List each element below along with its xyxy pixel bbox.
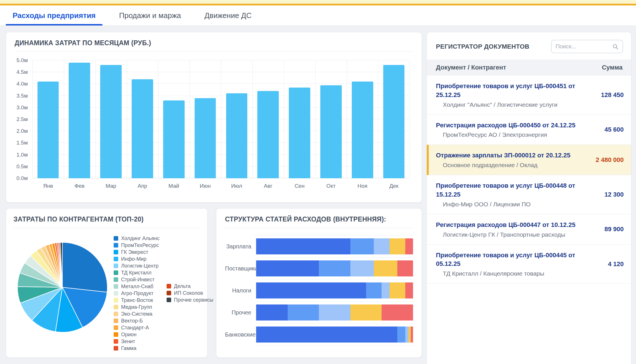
stack-segment[interactable] <box>256 238 350 254</box>
legend-item[interactable]: Дельта <box>167 283 214 290</box>
bar-Окт[interactable] <box>320 85 342 178</box>
stack-segment[interactable] <box>397 327 405 343</box>
stack-segment[interactable] <box>408 327 411 343</box>
stack-segment[interactable] <box>350 238 374 254</box>
legend-label: Инфо-Мир <box>121 256 147 262</box>
legend-item[interactable]: Эко-Система <box>114 310 160 317</box>
legend-item[interactable]: ТД Кристалл <box>114 269 160 276</box>
bar-Авг[interactable] <box>257 91 279 178</box>
legend-label: Прочие сервисы <box>174 297 214 303</box>
stack-segment[interactable] <box>256 327 397 343</box>
bar-Май[interactable] <box>163 100 185 178</box>
bar-Июн[interactable] <box>195 98 216 178</box>
x-axis-label: Июл <box>221 183 252 189</box>
stack-segment[interactable] <box>288 304 319 321</box>
stack-row-label: Банковские <box>225 331 251 338</box>
stack-segment[interactable] <box>319 304 350 321</box>
gridline-v <box>64 60 64 178</box>
y-axis-tick: 1.0м <box>17 152 28 158</box>
stack-segment[interactable] <box>405 327 408 343</box>
legend-item[interactable]: ИП Соколов <box>167 290 214 296</box>
legend-item[interactable]: Логистик-Центр <box>114 262 160 269</box>
stack-segment[interactable] <box>390 282 405 298</box>
stack-segment[interactable] <box>350 304 382 321</box>
legend-item[interactable]: Транс-Восток <box>114 297 160 304</box>
pie-slice-1[interactable] <box>62 242 107 292</box>
monthly-bar-xlabels: ЯнвФевМарАпрМайИюнИюлАвгСенОктНояДек <box>32 183 410 189</box>
gridline-v <box>127 60 127 178</box>
legend-swatch <box>114 236 118 241</box>
document-row[interactable]: Регистрация расходов ЦБ-000450 от 24.12.… <box>427 115 631 145</box>
legend-swatch <box>114 305 118 309</box>
stack-segment[interactable] <box>397 260 413 276</box>
stack-row-label: Зарплата <box>225 243 251 250</box>
stack-segment[interactable] <box>374 238 390 254</box>
legend-swatch <box>114 312 118 316</box>
stack-row: Поставщики <box>225 260 413 276</box>
bar-Янв[interactable] <box>37 82 59 178</box>
document-title: Отражение зарплаты ЗП-000012 от 20.12.25 <box>436 151 588 160</box>
legend-item[interactable]: Орион <box>114 331 160 338</box>
stack-row-bar <box>256 304 413 321</box>
legend-label: Транс-Восток <box>121 297 153 303</box>
bar-Июл[interactable] <box>226 93 248 178</box>
stack-row-bar <box>256 282 413 298</box>
legend-item[interactable]: Инфо-Мир <box>114 256 160 262</box>
document-row[interactable]: Приобретение товаров и услуг ЦБ-000451 о… <box>427 76 631 115</box>
document-row[interactable]: Приобретение товаров и услуг ЦБ-000448 о… <box>427 175 631 214</box>
legend-item[interactable]: Строй-Инвест <box>114 276 160 283</box>
stack-segment[interactable] <box>374 260 397 276</box>
legend-label: Строй-Инвест <box>121 277 155 283</box>
stack-segment[interactable] <box>256 282 366 298</box>
legend-item[interactable]: ГК Эверест <box>114 249 160 256</box>
bar-Мар[interactable] <box>100 65 122 178</box>
document-row[interactable]: Приобретение товаров и услуг ЦБ-000445 о… <box>427 245 631 284</box>
legend-label: Логистик-Центр <box>121 263 159 269</box>
tab-sales-margin[interactable]: Продажи и маржа <box>112 5 188 25</box>
legend-label: Агро-Продукт <box>121 290 153 296</box>
bar-Сен[interactable] <box>289 88 310 178</box>
tab-company-expenses[interactable]: Расходы предприятия <box>6 5 102 25</box>
x-axis-label: Май <box>158 183 189 189</box>
x-axis-label: Июн <box>189 183 221 189</box>
x-axis-label: Сен <box>284 183 315 189</box>
stack-segment[interactable] <box>382 304 413 321</box>
legend-label: Холдинг Альянс <box>121 236 160 242</box>
gridline-v <box>189 60 190 178</box>
stack-segment[interactable] <box>390 238 405 254</box>
stack-segment[interactable] <box>366 282 382 298</box>
stack-row: Прочее <box>225 304 413 321</box>
legend-item[interactable]: Гамма <box>114 345 160 352</box>
stack-segment[interactable] <box>319 260 350 276</box>
search-icon[interactable] <box>612 43 619 50</box>
legend-item[interactable]: Прочие сервисы <box>167 296 214 303</box>
stack-segment[interactable] <box>350 260 374 276</box>
bar-Фев[interactable] <box>69 63 90 178</box>
legend-swatch <box>114 332 118 337</box>
stack-segment[interactable] <box>405 282 413 298</box>
legend-swatch <box>114 339 118 344</box>
stack-row: Банковские <box>225 327 413 343</box>
legend-item[interactable]: Холдинг Альянс <box>114 235 160 242</box>
bar-Ноя[interactable] <box>352 82 373 178</box>
stack-segment[interactable] <box>382 282 389 298</box>
stack-segment[interactable] <box>411 327 413 343</box>
legend-item[interactable]: Металл-Снаб <box>114 283 160 290</box>
bar-Апр[interactable] <box>132 79 153 178</box>
legend-item[interactable]: Медиа-Групп <box>114 304 160 310</box>
stack-segment[interactable] <box>256 304 288 321</box>
legend-item[interactable]: ПромТехРесурс <box>114 242 160 249</box>
stack-segment[interactable] <box>256 260 319 276</box>
search-input[interactable] <box>556 43 612 50</box>
legend-item[interactable]: Агро-Продукт <box>114 290 160 297</box>
legend-swatch <box>114 264 118 268</box>
document-row[interactable]: Регистрация расходов ЦБ-000447 от 10.12.… <box>427 214 631 245</box>
bar-Дек[interactable] <box>383 65 405 178</box>
legend-item[interactable]: Зенит <box>114 338 160 345</box>
legend-item[interactable]: Стандарт-А <box>114 324 160 331</box>
stack-segment[interactable] <box>405 238 413 254</box>
legend-item[interactable]: Вектор-Б <box>114 317 160 324</box>
tab-cash-flow[interactable]: Движение ДС <box>197 5 258 25</box>
document-row[interactable]: Отражение зарплаты ЗП-000012 от 20.12.25… <box>427 145 631 175</box>
legend-label: ИП Соколов <box>174 290 203 296</box>
